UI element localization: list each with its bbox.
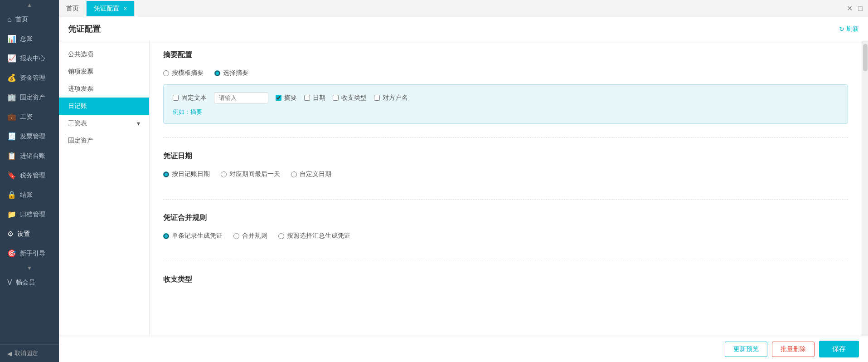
minimize-icon[interactable]: ✕ bbox=[847, 4, 853, 13]
sidebar-item-tax[interactable]: 🔖 税务管理 bbox=[0, 166, 59, 185]
sidebar-item-settings-label: 设置 bbox=[17, 230, 30, 238]
refresh-button[interactable]: ↻ 刷新 bbox=[839, 25, 859, 33]
fixed-text-input[interactable] bbox=[214, 92, 268, 103]
guide-icon: 🎯 bbox=[7, 249, 16, 258]
summary-radio-select[interactable]: 选择摘要 bbox=[214, 69, 248, 77]
checkbox-counterparty[interactable]: 对方户名 bbox=[374, 94, 408, 102]
sidebar-item-funds-label: 资金管理 bbox=[20, 74, 45, 82]
checkbox-summary[interactable]: 摘要 bbox=[276, 94, 297, 102]
funds-icon: 💰 bbox=[7, 73, 16, 82]
page-title: 凭证配置 bbox=[68, 24, 101, 34]
sidebar-item-assets[interactable]: 🏢 固定资产 bbox=[0, 88, 59, 107]
main-area: 首页 凭证配置 × ✕ □ 凭证配置 ↻ 刷新 公共选项 销项发票 进 bbox=[59, 0, 868, 362]
assets-icon: 🏢 bbox=[7, 93, 16, 102]
checkbox-date[interactable]: 日期 bbox=[304, 94, 325, 102]
sidebar-scroll-down[interactable]: ▼ bbox=[0, 263, 59, 273]
date-title: 凭证日期 bbox=[163, 152, 848, 161]
date-radio-period[interactable]: 对应期间最后一天 bbox=[221, 170, 280, 178]
checkbox-summary-input[interactable] bbox=[276, 95, 281, 101]
tab-actions: ✕ □ bbox=[847, 4, 868, 13]
tax-icon: 🔖 bbox=[7, 171, 16, 180]
bottom-bar: 更新预览 批量删除 保存 bbox=[59, 336, 868, 362]
checkbox-fixed-text-input[interactable] bbox=[173, 95, 179, 101]
checkbox-date-input[interactable] bbox=[304, 95, 310, 101]
left-nav-journal[interactable]: 日记账 bbox=[59, 98, 149, 115]
pin-icon: ◀ bbox=[7, 350, 12, 357]
merge-radio-select-merge-input[interactable] bbox=[278, 233, 284, 239]
left-nav-purchase-invoice[interactable]: 进项发票 bbox=[59, 80, 149, 98]
checkbox-io-type-input[interactable] bbox=[333, 95, 339, 101]
date-radio-period-input[interactable] bbox=[221, 171, 227, 177]
content-layout: 公共选项 销项发票 进项发票 日记账 工资表 ▾ 固定资产 摘要配置 bbox=[59, 41, 868, 336]
io-type-title: 收支类型 bbox=[163, 275, 848, 284]
sidebar-footer-label: 取消固定 bbox=[15, 349, 38, 357]
date-radio-journal-input[interactable] bbox=[163, 171, 169, 177]
merge-section: 凭证合并规则 单条记录生成凭证 合并规则 按照选择汇总生成凭证 bbox=[163, 213, 848, 261]
sidebar-footer[interactable]: ◀ 取消固定 bbox=[0, 344, 59, 362]
merge-radio-select-merge[interactable]: 按照选择汇总生成凭证 bbox=[278, 232, 350, 240]
refresh-label: 刷新 bbox=[846, 25, 859, 33]
scroll-thumb[interactable] bbox=[863, 44, 868, 71]
sidebar-item-salary[interactable]: 💼 工资 bbox=[0, 107, 59, 127]
summary-title: 摘要配置 bbox=[163, 50, 848, 60]
summary-checkbox-row: 固定文本 摘要 日期 收支类型 bbox=[173, 92, 839, 103]
summary-options-box: 固定文本 摘要 日期 收支类型 bbox=[163, 84, 848, 124]
tab-voucher-config-close[interactable]: × bbox=[124, 5, 127, 12]
sidebar-item-archive[interactable]: 📁 归档管理 bbox=[0, 205, 59, 224]
merge-radio-single[interactable]: 单条记录生成凭证 bbox=[163, 232, 223, 240]
tab-voucher-config[interactable]: 凭证配置 × bbox=[87, 1, 135, 16]
batch-delete-button[interactable]: 批量删除 bbox=[772, 342, 815, 357]
report-icon: 📈 bbox=[7, 54, 16, 63]
sidebar-item-report[interactable]: 📈 报表中心 bbox=[0, 49, 59, 68]
checkbox-io-type[interactable]: 收支类型 bbox=[333, 94, 367, 102]
merge-radio-group: 单条记录生成凭证 合并规则 按照选择汇总生成凭证 bbox=[163, 232, 848, 240]
sidebar-item-settings[interactable]: ⚙ 设置 bbox=[0, 224, 59, 244]
refresh-icon: ↻ bbox=[839, 25, 844, 33]
sidebar-item-vip[interactable]: V 畅会员 bbox=[0, 273, 59, 292]
invoice-mgmt-icon: 🧾 bbox=[7, 132, 16, 141]
maximize-icon[interactable]: □ bbox=[858, 5, 863, 13]
sidebar-item-invoice-mgmt[interactable]: 🧾 发票管理 bbox=[0, 127, 59, 146]
date-radio-journal[interactable]: 按日记账日期 bbox=[163, 170, 210, 178]
sidebar-item-tax-label: 税务管理 bbox=[20, 171, 45, 180]
date-section: 凭证日期 按日记账日期 对应期间最后一天 自定义日期 bbox=[163, 152, 848, 200]
sidebar-item-ledger-label: 总账 bbox=[20, 35, 33, 43]
left-nav-sales-invoice[interactable]: 销项发票 bbox=[59, 63, 149, 80]
date-radio-custom[interactable]: 自定义日期 bbox=[291, 170, 331, 178]
sidebar-item-salary-label: 工资 bbox=[20, 113, 33, 121]
tab-home-label: 首页 bbox=[66, 5, 79, 13]
save-button[interactable]: 保存 bbox=[819, 341, 859, 357]
date-radio-group: 按日记账日期 对应期间最后一天 自定义日期 bbox=[163, 170, 848, 178]
scroll-track[interactable] bbox=[862, 41, 868, 336]
page-header: 凭证配置 ↻ 刷新 bbox=[59, 17, 868, 41]
sidebar-item-close-label: 结账 bbox=[20, 191, 33, 199]
summary-radio-template[interactable]: 按模板摘要 bbox=[163, 69, 204, 77]
merge-radio-single-input[interactable] bbox=[163, 233, 169, 239]
summary-radio-select-input[interactable] bbox=[214, 70, 220, 76]
tab-voucher-config-label: 凭证配置 bbox=[94, 5, 119, 13]
salary-icon: 💼 bbox=[7, 113, 16, 121]
summary-radio-template-input[interactable] bbox=[163, 70, 169, 76]
sidebar-item-home[interactable]: ⌂ 首页 bbox=[0, 10, 59, 29]
sidebar-item-funds[interactable]: 💰 资金管理 bbox=[0, 68, 59, 88]
left-nav-salary-table[interactable]: 工资表 ▾ bbox=[59, 115, 149, 132]
checkbox-fixed-text[interactable]: 固定文本 bbox=[173, 94, 207, 102]
sidebar-item-ledger[interactable]: 📊 总账 bbox=[0, 29, 59, 49]
sidebar-item-home-label: 首页 bbox=[15, 15, 28, 24]
sidebar-item-purchase-sale-label: 进销台账 bbox=[20, 152, 45, 160]
settings-icon: ⚙ bbox=[7, 230, 14, 238]
tab-home[interactable]: 首页 bbox=[59, 1, 87, 16]
update-preview-button[interactable]: 更新预览 bbox=[725, 342, 767, 357]
left-nav-public[interactable]: 公共选项 bbox=[59, 46, 149, 63]
sidebar-item-guide[interactable]: 🎯 新手引导 bbox=[0, 244, 59, 263]
sidebar-item-close[interactable]: 🔒 结账 bbox=[0, 185, 59, 205]
left-nav-fixed-assets[interactable]: 固定资产 bbox=[59, 132, 149, 149]
sidebar-scroll-up[interactable]: ▲ bbox=[0, 0, 59, 10]
archive-icon: 📁 bbox=[7, 210, 16, 219]
io-type-section: 收支类型 bbox=[163, 275, 848, 307]
merge-radio-rule-input[interactable] bbox=[233, 233, 239, 239]
checkbox-counterparty-input[interactable] bbox=[374, 95, 380, 101]
merge-radio-rule[interactable]: 合并规则 bbox=[233, 232, 267, 240]
sidebar-item-purchase-sale[interactable]: 📋 进销台账 bbox=[0, 146, 59, 166]
date-radio-custom-input[interactable] bbox=[291, 171, 297, 177]
